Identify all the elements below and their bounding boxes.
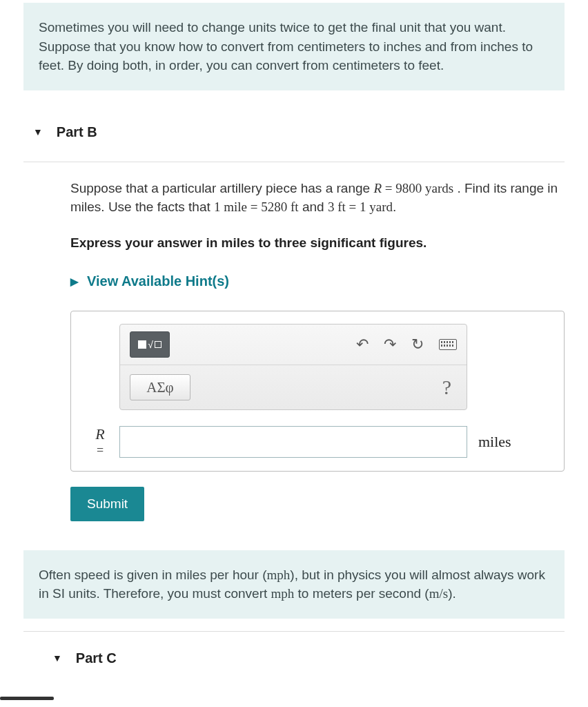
redo-icon[interactable]: ↷	[384, 333, 396, 356]
part-b-title: Part B	[57, 122, 97, 142]
help-button[interactable]: ?	[442, 372, 457, 403]
intro-text: Sometimes you will need to change units …	[39, 20, 533, 72]
question-prompt: Suppose that a particular artillery piec…	[70, 179, 565, 217]
submit-button[interactable]: Submit	[70, 487, 144, 521]
answer-unit: miles	[478, 431, 511, 453]
equation-toolbar: √ ↶ ↷ ↻	[119, 324, 467, 410]
template-icon: √	[138, 338, 161, 351]
collapse-icon: ▼	[52, 651, 62, 665]
undo-icon[interactable]: ↶	[356, 333, 369, 356]
part-c-title: Part C	[76, 648, 117, 668]
keyboard-icon[interactable]	[439, 339, 457, 350]
hints-label: View Available Hint(s)	[87, 271, 229, 291]
answer-instruction: Express your answer in miles to three si…	[70, 233, 565, 253]
answer-line: R = miles	[81, 425, 554, 458]
reset-icon[interactable]: ↻	[411, 333, 424, 356]
greek-symbols-button[interactable]: ΑΣφ	[130, 374, 190, 400]
answer-input[interactable]	[119, 426, 467, 458]
part-c-header[interactable]: ▼ Part C	[23, 631, 565, 668]
templates-button[interactable]: √	[130, 331, 170, 358]
part-b-header[interactable]: ▼ Part B	[23, 103, 565, 162]
intro-panel: Sometimes you will need to change units …	[23, 3, 565, 90]
collapse-icon: ▼	[33, 125, 43, 139]
expand-icon: ▶	[70, 274, 79, 289]
answer-area: √ ↶ ↷ ↻	[70, 311, 565, 471]
view-hints-toggle[interactable]: ▶ View Available Hint(s)	[70, 271, 565, 291]
answer-lhs: R =	[81, 425, 119, 458]
outro-panel: Often speed is given in miles per hour (…	[23, 550, 565, 619]
part-b-body: Suppose that a particular artillery piec…	[23, 162, 565, 538]
